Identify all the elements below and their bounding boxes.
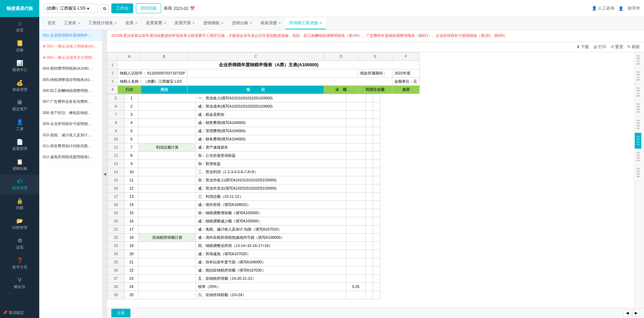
cell-diff[interactable] (373, 250, 380, 258)
cell-amount[interactable] (346, 119, 365, 127)
tab-close-icon[interactable]: ✕ (319, 21, 322, 25)
year-item-2016[interactable]: 2016 (635, 68, 641, 84)
sidebar-item-guide[interactable]: ❓新手引导 (0, 254, 39, 274)
cell-amount[interactable]: 0.25 (346, 282, 365, 291)
cell-profit-amount[interactable] (365, 274, 373, 282)
report-list-item-011[interactable]: 011-研发费用加计扣除优惠… (39, 141, 102, 152)
cell-diff[interactable] (373, 274, 380, 282)
sidebar-item-settings[interactable]: ⚙设置 (0, 234, 39, 254)
print-button[interactable]: 🖨 打印 (593, 44, 606, 50)
cell-diff[interactable] (373, 258, 380, 266)
nav-tab-5[interactable]: 发票开票✕ (170, 17, 199, 29)
spreadsheet-wrapper[interactable]: A B C D E F 1 企业所 (107, 52, 634, 308)
cell-amount[interactable] (346, 160, 365, 168)
cell-profit-amount[interactable] (365, 143, 373, 151)
cell-diff[interactable] (373, 102, 380, 110)
nav-prev-btn[interactable]: ◀ (624, 310, 631, 316)
nav-next-btn[interactable]: ▶ (632, 310, 640, 316)
cell-amount[interactable] (346, 143, 365, 151)
nav-tab-8[interactable]: 税表清册✕ (256, 17, 285, 29)
sidebar-item-home[interactable]: ⌂首页 (0, 17, 39, 37)
cell-diff[interactable] (373, 217, 380, 225)
cell-profit-amount[interactable] (365, 266, 373, 274)
cell-diff[interactable] (373, 119, 380, 127)
cell-profit-amount[interactable] (365, 282, 373, 291)
cell-diff[interactable] (373, 143, 380, 151)
nav-tab-0[interactable]: 首页 (43, 17, 60, 29)
cell-diff[interactable] (373, 127, 380, 135)
cell-diff[interactable] (373, 225, 380, 233)
cell-profit-amount[interactable] (365, 94, 373, 102)
cell-amount[interactable] (346, 250, 365, 258)
sidebar-item-sales[interactable]: 📋进销台账 (0, 155, 39, 175)
cell-amount[interactable] (346, 201, 365, 209)
sidebar-item-assets[interactable]: 💰资金管理 (0, 76, 39, 96)
cell-profit-amount[interactable] (365, 119, 373, 127)
report-list-item-012[interactable]: 012-减免所得税优惠明细表(… (39, 152, 102, 163)
year-item-2022[interactable]: 2022 (635, 133, 641, 149)
refresh-button[interactable]: ↻ 刷新 (627, 44, 640, 50)
year-item-2020[interactable]: 2020 (635, 100, 641, 116)
nav-tab-1[interactable]: 工资表✕ (60, 17, 84, 29)
sidebar-item-ledger[interactable]: 📒总账 (0, 37, 39, 56)
cell-profit-amount[interactable] (365, 225, 373, 233)
cell-profit-amount[interactable] (365, 110, 373, 119)
year-item-2023[interactable]: 2023 (635, 149, 641, 165)
year-item-2018[interactable]: 2018 (635, 84, 641, 100)
sidebar-item-fixed[interactable]: 🏛固定资产 (0, 96, 39, 115)
tab-close-icon[interactable]: ✕ (135, 21, 138, 25)
year-item-2021[interactable]: 2021 (635, 117, 641, 133)
cell-amount[interactable] (346, 168, 365, 176)
report-list-item-007[interactable]: 007-广告费和业务宣传费跨… (39, 96, 102, 107)
cell-amount[interactable] (346, 225, 365, 233)
cell-diff[interactable] (373, 266, 380, 274)
cell-amount[interactable] (346, 184, 365, 192)
tab-close-icon[interactable]: ✕ (192, 21, 195, 25)
cell-diff[interactable] (373, 135, 380, 143)
tab-close-icon[interactable]: ✕ (78, 21, 80, 25)
cell-amount[interactable] (346, 176, 365, 184)
cell-profit-amount[interactable] (365, 291, 373, 299)
tab-close-icon[interactable]: ✕ (278, 21, 281, 25)
cell-profit-amount[interactable] (365, 102, 373, 110)
nav-tab-4[interactable]: 发票算费✕ (142, 17, 170, 29)
cell-amount[interactable] (346, 209, 365, 217)
switch-old-button[interactable]: 切到旧版 (136, 3, 161, 13)
cell-diff[interactable] (373, 291, 380, 299)
report-list-item-008[interactable]: 008-资产折旧、摊销及纳税… (39, 108, 102, 119)
cell-amount[interactable] (346, 258, 365, 266)
report-list-item-003[interactable]: ⊗ 003-一般企业成本支出明细… (39, 52, 102, 63)
cell-profit-amount[interactable] (365, 201, 373, 209)
cell-diff[interactable] (373, 282, 380, 291)
cell-profit-amount[interactable] (365, 258, 373, 266)
report-list-item-009[interactable]: 009-企业所得税补亏损明细… (39, 119, 102, 129)
cell-amount[interactable] (346, 110, 365, 119)
tab-close-icon[interactable]: ✕ (114, 21, 117, 25)
sidebar-item-invoice[interactable]: 📄发票管理 (0, 135, 39, 155)
cell-profit-amount[interactable] (365, 176, 373, 184)
tab-close-icon[interactable]: ✕ (250, 21, 252, 25)
cell-diff[interactable] (373, 192, 380, 201)
year-item-2024[interactable]: 2024 (635, 165, 641, 181)
nav-tab-7[interactable]: 进销台账✕ (228, 17, 256, 29)
report-list-item-001[interactable]: 001-企业所得税年度纳税申… (39, 30, 102, 41)
report-list-item-010[interactable]: 010-免税、减计收入及加计… (39, 130, 102, 141)
download-button[interactable]: ⬇ 下载 (576, 44, 589, 50)
cell-profit-amount[interactable] (365, 127, 373, 135)
report-list-item-006[interactable]: 006-职工薪酬纳税调整明细… (39, 85, 102, 96)
cell-diff[interactable] (373, 176, 380, 184)
collapse-arrow[interactable]: ◀ (102, 30, 107, 318)
cell-diff[interactable] (373, 151, 380, 160)
cell-diff[interactable] (373, 209, 380, 217)
sidebar-unpin-button[interactable]: 📌 取消固定 (0, 307, 39, 318)
cell-amount[interactable] (346, 217, 365, 225)
cell-amount[interactable] (346, 102, 365, 110)
cell-profit-amount[interactable] (365, 160, 373, 168)
cell-diff[interactable] (373, 201, 380, 209)
cell-diff[interactable] (373, 168, 380, 176)
cell-amount[interactable] (346, 266, 365, 274)
tab-close-icon[interactable]: ✕ (221, 21, 224, 25)
cell-amount[interactable] (346, 135, 365, 143)
cell-amount[interactable] (346, 127, 365, 135)
report-list-item-004[interactable]: 004-期间费用明细表(A1040… (39, 63, 102, 74)
